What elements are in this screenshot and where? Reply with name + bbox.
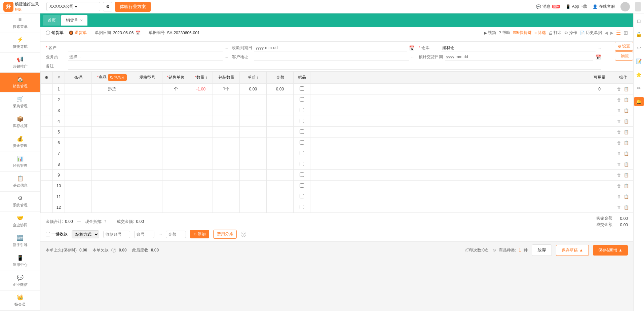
td-amount-10[interactable]	[267, 181, 294, 191]
nav-prev-icon[interactable]: ◀	[605, 31, 608, 35]
gift-checkbox-6[interactable]	[300, 140, 304, 145]
td-spec-10[interactable]	[132, 181, 162, 191]
td-barcode-7[interactable]	[65, 148, 92, 159]
scan-button[interactable]: 扫码录入	[108, 74, 127, 81]
td-product-9[interactable]	[92, 170, 132, 181]
td-price-8[interactable]	[240, 159, 267, 170]
payment-help-icon[interactable]: ?	[241, 232, 246, 237]
right-panel-icon-7[interactable]: 🔔	[634, 97, 644, 106]
address-dots-icon[interactable]: ···	[411, 55, 415, 60]
td-qty-1[interactable]: -1.00	[189, 84, 213, 94]
td-amount-1[interactable]: 0.00	[267, 84, 294, 94]
debt-help-icon[interactable]: ?	[111, 248, 116, 252]
td-amount-7[interactable]	[267, 148, 294, 159]
salesperson-input[interactable]	[68, 53, 223, 61]
delete-icon-8[interactable]: 🗑	[617, 162, 621, 167]
td-price-12[interactable]	[240, 202, 267, 213]
gift-checkbox-7[interactable]	[300, 151, 304, 155]
sidebar-item-finance[interactable]: 💰 资金管理	[0, 132, 40, 152]
td-product-8[interactable]	[92, 159, 132, 170]
cash-discount-help-icon[interactable]: ?	[104, 220, 106, 224]
td-price-1[interactable]: 0.00	[240, 84, 267, 94]
td-amount-11[interactable]	[267, 191, 294, 202]
save-new-chevron-icon[interactable]: ▲	[618, 248, 622, 252]
td-barcode-9[interactable]	[65, 170, 92, 181]
history-btn[interactable]: 📄 历史单据	[580, 30, 602, 36]
td-unit-11[interactable]	[162, 191, 189, 202]
td-gift-5[interactable]	[294, 127, 310, 138]
td-unit-6[interactable]	[162, 138, 189, 148]
td-amount-8[interactable]	[267, 159, 294, 170]
td-price-10[interactable]	[240, 181, 267, 191]
td-amount-2[interactable]	[267, 94, 294, 105]
copy-icon-3[interactable]: 📋	[624, 108, 629, 113]
td-price-2[interactable]	[240, 94, 267, 105]
td-pkg-5[interactable]	[213, 127, 240, 138]
td-amount-5[interactable]	[267, 127, 294, 138]
account-input[interactable]	[103, 231, 130, 238]
td-price-4[interactable]	[240, 116, 267, 127]
customer-input[interactable]	[68, 44, 223, 51]
td-qty-5[interactable]	[189, 127, 213, 138]
tab-home[interactable]: 首页	[43, 15, 61, 26]
td-unit-9[interactable]	[162, 170, 189, 181]
td-qty-11[interactable]	[189, 191, 213, 202]
td-spec-6[interactable]	[132, 138, 162, 148]
td-pkg-1[interactable]: 1个	[213, 84, 240, 94]
td-qty-10[interactable]	[189, 181, 213, 191]
td-barcode-5[interactable]	[65, 127, 92, 138]
td-qty-2[interactable]	[189, 94, 213, 105]
td-unit-3[interactable]	[162, 105, 189, 116]
td-amount-6[interactable]	[267, 138, 294, 148]
expected-date-calendar-icon[interactable]: 📅	[595, 54, 601, 60]
one-click-checkbox-input[interactable]	[46, 232, 50, 236]
td-spec-1[interactable]	[132, 84, 162, 94]
sales-order-radio[interactable]: 销货单	[46, 30, 64, 36]
td-barcode-4[interactable]	[65, 116, 92, 127]
sidebar-item-member[interactable]: 👑 畅会员	[0, 291, 40, 311]
copy-icon-7[interactable]: 📋	[624, 151, 629, 156]
td-price-3[interactable]	[240, 105, 267, 116]
td-product-5[interactable]	[92, 127, 132, 138]
avatar[interactable]	[620, 2, 630, 11]
td-product-1[interactable]: 拆货	[92, 84, 132, 94]
sidebar-item-guide[interactable]: 🆕 新手引导	[0, 231, 40, 251]
copy-icon-11[interactable]: 📋	[624, 194, 629, 199]
td-spec-9[interactable]	[132, 170, 162, 181]
td-product-6[interactable]	[92, 138, 132, 148]
print-btn[interactable]: 🖨 打印	[548, 30, 562, 36]
tab-sales-order[interactable]: 销货单 ✕	[61, 15, 87, 26]
due-date-calendar-icon[interactable]: 📅	[409, 45, 415, 51]
company-selector[interactable]: XXXXXX公司 ▾	[46, 2, 100, 11]
save-draft-button[interactable]: 保存草稿 ▲	[556, 245, 589, 256]
td-price-11[interactable]	[240, 191, 267, 202]
delete-icon-5[interactable]: 🗑	[617, 130, 621, 134]
delete-icon-6[interactable]: 🗑	[617, 141, 621, 145]
gift-checkbox-2[interactable]	[300, 97, 304, 102]
td-pkg-6[interactable]	[213, 138, 240, 148]
app-download-button[interactable]: 📱 App下载	[566, 4, 587, 9]
td-barcode-6[interactable]	[65, 138, 92, 148]
td-unit-8[interactable]	[162, 159, 189, 170]
td-spec-8[interactable]	[132, 159, 162, 170]
td-pkg-11[interactable]	[213, 191, 240, 202]
td-barcode-2[interactable]	[65, 94, 92, 105]
account-num-input[interactable]	[134, 231, 154, 238]
right-panel-icon-4[interactable]: 📝	[634, 56, 644, 66]
copy-icon-1[interactable]: 📋	[624, 87, 629, 91]
td-unit-12[interactable]	[162, 202, 189, 213]
account-dots-icon[interactable]: ···	[158, 232, 162, 237]
td-spec-11[interactable]	[132, 191, 162, 202]
sidebar-item-wechat[interactable]: 💬 企业微信	[0, 271, 40, 291]
td-gift-7[interactable]	[294, 148, 310, 159]
gift-checkbox-9[interactable]	[300, 172, 304, 177]
copy-icon-9[interactable]: 📋	[624, 173, 629, 178]
td-pkg-9[interactable]	[213, 170, 240, 181]
td-qty-3[interactable]	[189, 105, 213, 116]
delete-icon-3[interactable]: 🗑	[617, 108, 621, 113]
td-qty-12[interactable]	[189, 202, 213, 213]
gift-checkbox-10[interactable]	[300, 183, 304, 188]
td-product-2[interactable]	[92, 94, 132, 105]
help-btn[interactable]: ? 帮助	[499, 30, 510, 36]
td-spec-12[interactable]	[132, 202, 162, 213]
